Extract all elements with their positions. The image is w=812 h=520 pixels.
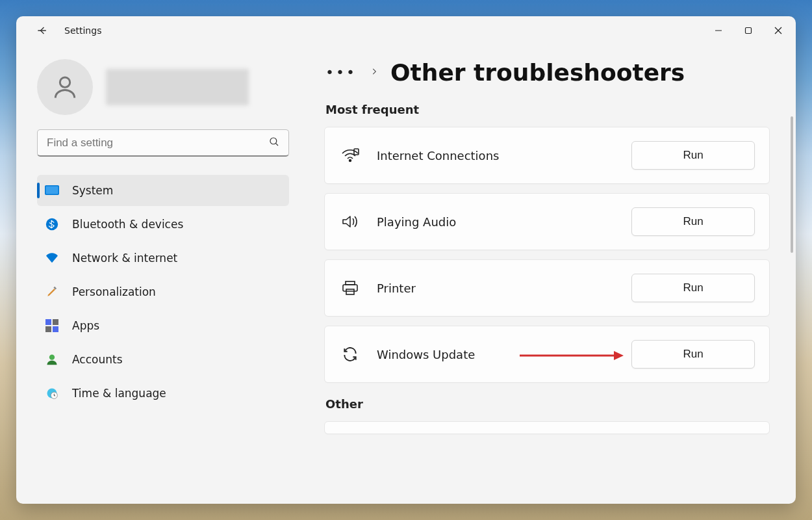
sidebar-item-label: Network & internet xyxy=(72,252,177,265)
sidebar-item-bluetooth[interactable]: Bluetooth & devices xyxy=(37,209,289,240)
troubleshooter-playing-audio: Playing Audio Run xyxy=(324,193,770,250)
search-box[interactable] xyxy=(37,129,289,157)
clock-globe-icon xyxy=(45,386,59,400)
sidebar-item-label: System xyxy=(72,184,113,197)
sidebar-item-label: Time & language xyxy=(72,387,166,400)
svg-point-4 xyxy=(60,77,70,87)
avatar xyxy=(37,59,93,115)
troubleshooter-label: Windows Update xyxy=(377,348,631,361)
sidebar-item-apps[interactable]: Apps xyxy=(37,310,289,341)
svg-line-6 xyxy=(275,143,278,146)
sidebar-item-network[interactable]: Network & internet xyxy=(37,242,289,274)
search-icon xyxy=(268,136,280,150)
app-title: Settings xyxy=(64,25,101,36)
troubleshooter-label: Printer xyxy=(377,281,631,295)
sidebar-item-label: Accounts xyxy=(72,353,123,366)
refresh-icon xyxy=(339,346,361,363)
breadcrumb-more-icon[interactable]: ••• xyxy=(324,63,358,83)
chevron-right-icon xyxy=(370,66,379,79)
troubleshooter-printer: Printer Run xyxy=(324,259,770,317)
user-name-redacted xyxy=(106,69,249,105)
troubleshooter-other-placeholder xyxy=(324,421,770,434)
wifi-icon xyxy=(45,251,59,265)
svg-rect-12 xyxy=(53,319,58,325)
svg-rect-8 xyxy=(46,187,58,194)
svg-rect-1 xyxy=(746,28,752,34)
minimize-button[interactable] xyxy=(704,18,733,44)
back-button[interactable] xyxy=(29,18,55,44)
svg-rect-11 xyxy=(45,319,51,325)
wifi-alert-icon xyxy=(339,148,361,163)
apps-icon xyxy=(45,318,59,333)
maximize-icon xyxy=(744,27,752,34)
sidebar-item-accounts[interactable]: Accounts xyxy=(37,344,289,375)
section-heading-most-frequent: Most frequent xyxy=(325,103,770,116)
breadcrumb: ••• Other troubleshooters xyxy=(324,59,770,86)
sidebar: System Bluetooth & devices Network & int… xyxy=(16,45,302,504)
sidebar-item-system[interactable]: System xyxy=(37,175,289,206)
display-icon xyxy=(45,183,59,198)
sidebar-item-time-language[interactable]: Time & language xyxy=(37,378,289,409)
run-button[interactable]: Run xyxy=(631,340,755,369)
run-button[interactable]: Run xyxy=(631,274,755,302)
run-button[interactable]: Run xyxy=(631,141,755,170)
scrollbar[interactable] xyxy=(791,116,793,253)
troubleshooter-internet-connections: Internet Connections Run xyxy=(324,127,770,184)
speaker-icon xyxy=(339,214,361,229)
troubleshooter-label: Playing Audio xyxy=(377,215,631,229)
svg-rect-21 xyxy=(343,285,357,291)
search-input[interactable] xyxy=(37,129,289,157)
run-button[interactable]: Run xyxy=(631,207,755,236)
sidebar-nav: System Bluetooth & devices Network & int… xyxy=(37,175,289,409)
troubleshooter-label: Internet Connections xyxy=(377,149,631,162)
svg-rect-14 xyxy=(53,326,58,332)
person-icon xyxy=(51,73,79,101)
svg-rect-22 xyxy=(346,289,354,294)
paintbrush-icon xyxy=(45,285,59,299)
page-title: Other troubleshooters xyxy=(390,59,685,86)
titlebar: Settings xyxy=(16,16,796,45)
sidebar-item-personalization[interactable]: Personalization xyxy=(37,276,289,307)
close-icon xyxy=(774,27,782,34)
profile-block[interactable] xyxy=(37,59,289,115)
printer-icon xyxy=(339,280,361,296)
bluetooth-icon xyxy=(45,217,59,231)
sidebar-item-label: Personalization xyxy=(72,285,156,298)
sidebar-item-label: Bluetooth & devices xyxy=(72,218,183,231)
close-button[interactable] xyxy=(763,18,793,44)
svg-rect-13 xyxy=(45,326,51,332)
svg-point-5 xyxy=(270,138,277,144)
settings-window: Settings xyxy=(16,16,796,504)
maximize-button[interactable] xyxy=(733,18,763,44)
svg-point-15 xyxy=(49,355,55,360)
troubleshooter-windows-update: Windows Update Run xyxy=(324,326,770,383)
account-icon xyxy=(45,352,59,367)
minimize-icon xyxy=(715,27,722,34)
main-content: ••• Other troubleshooters Most frequent … xyxy=(302,45,796,504)
section-heading-other: Other xyxy=(325,397,770,411)
sidebar-item-label: Apps xyxy=(72,319,99,332)
svg-point-18 xyxy=(349,160,351,162)
arrow-left-icon xyxy=(36,24,49,37)
